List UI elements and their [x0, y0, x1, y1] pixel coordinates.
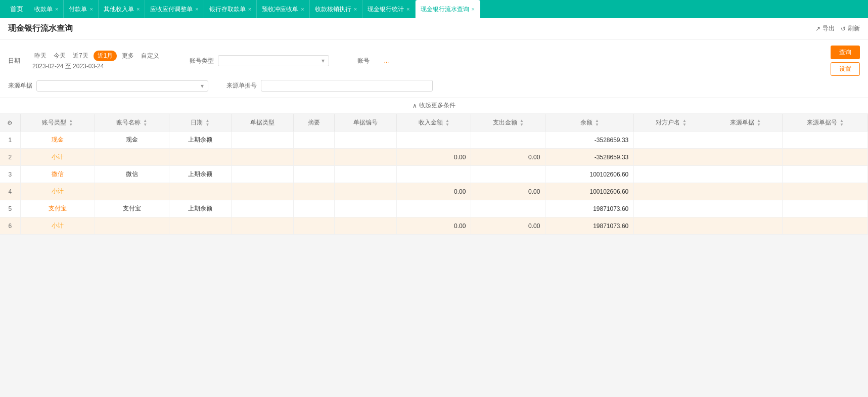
export-button[interactable]: ↗ 导出	[815, 24, 835, 33]
col-account-type[interactable]: 账号类型 ▲▼	[20, 114, 95, 131]
nav-tab-cash-stats[interactable]: 现金银行统计 ×	[362, 0, 415, 18]
nav-home[interactable]: 首页	[4, 5, 29, 14]
table-header-row: ⚙ 账号类型 ▲▼ 账号名称 ▲▼ 日期 ▲▼ 单据类型 摘	[0, 114, 868, 131]
cell-doc-no	[334, 166, 396, 183]
cell-expense	[471, 166, 545, 183]
close-icon[interactable]: ×	[195, 6, 198, 12]
account-more-btn[interactable]: ...	[384, 57, 389, 64]
close-icon[interactable]: ×	[89, 6, 93, 12]
close-icon[interactable]: ×	[301, 6, 304, 12]
collapse-up-icon: ∧	[413, 102, 417, 109]
cell-doc-type	[232, 149, 294, 166]
sort-arrows: ▲▼	[595, 119, 599, 127]
col-counterpart[interactable]: 对方户名 ▲▼	[634, 114, 708, 131]
gear-icon: ⚙	[7, 119, 13, 126]
table-row: 1现金现金上期余额-3528659.33	[0, 131, 868, 149]
cell-income: 0.00	[397, 149, 471, 166]
cell-source-doc	[708, 217, 783, 235]
query-button[interactable]: 查询	[831, 46, 860, 59]
cell-counterpart	[634, 217, 708, 235]
cell-doc-no	[334, 200, 396, 217]
cell-date	[169, 149, 231, 166]
col-settings[interactable]: ⚙	[0, 114, 20, 131]
source-doc-select[interactable]: ▾	[36, 80, 208, 92]
col-expense[interactable]: 支出金额 ▲▼	[471, 114, 545, 131]
chevron-down-icon: ▾	[322, 57, 325, 64]
page-title: 现金银行流水查询	[8, 23, 73, 34]
cell-source-doc-no	[783, 131, 868, 149]
account-filter: 账号 ...	[357, 57, 389, 65]
close-icon[interactable]: ×	[406, 6, 409, 12]
cell-account-name	[95, 183, 169, 200]
nav-tab-adjustment[interactable]: 应收应付调整单 ×	[145, 0, 204, 18]
close-icon[interactable]: ×	[248, 6, 251, 12]
source-doc-num-filter: 来源单据号	[226, 80, 433, 92]
cell-doc-no	[334, 131, 396, 149]
col-account-name[interactable]: 账号名称 ▲▼	[95, 114, 169, 131]
nav-tab-cash-flow[interactable]: 现金银行流水查询 ×	[416, 0, 480, 18]
sort-arrows: ▲▼	[840, 119, 844, 127]
nav-tab-receipt[interactable]: 收款单 ×	[29, 0, 64, 18]
cell-balance: 19871073.60	[545, 217, 634, 235]
cell-summary	[294, 217, 334, 235]
cell-account-type: 小计	[20, 217, 95, 235]
date-more[interactable]: 更多	[120, 51, 136, 61]
cell-source-doc	[708, 200, 783, 217]
col-source-doc-no[interactable]: 来源单据号 ▲▼	[783, 114, 868, 131]
settings-button[interactable]: 设置	[831, 62, 860, 76]
cell-doc-type	[232, 166, 294, 183]
table-container: ⚙ 账号类型 ▲▼ 账号名称 ▲▼ 日期 ▲▼ 单据类型 摘	[0, 114, 868, 235]
cell-account-name: 现金	[95, 131, 169, 149]
filter-area: 日期 昨天 今天 近7天 近1月 更多 自定义 2023-02-24 至 202…	[0, 39, 868, 98]
col-summary[interactable]: 摘要	[294, 114, 334, 131]
row-number: 3	[0, 166, 20, 183]
row-number: 1	[0, 131, 20, 149]
export-icon: ↗	[815, 25, 820, 32]
table-body: 1现金现金上期余额-3528659.332小计0.000.00-3528659.…	[0, 131, 868, 235]
date-filter: 日期 昨天 今天 近7天 近1月 更多 自定义 2023-02-24 至 202…	[8, 51, 161, 71]
sort-arrows: ▲▼	[445, 119, 449, 127]
cell-balance: -3528659.33	[545, 131, 634, 149]
date-1month[interactable]: 近1月	[94, 51, 117, 61]
cell-income: 0.00	[397, 183, 471, 200]
col-income[interactable]: 收入金额 ▲▼	[397, 114, 471, 131]
date-today[interactable]: 今天	[52, 51, 68, 61]
cell-balance: 100102606.60	[545, 166, 634, 183]
date-yesterday[interactable]: 昨天	[32, 51, 49, 61]
col-balance[interactable]: 余额 ▲▼	[545, 114, 634, 131]
close-icon[interactable]: ×	[136, 6, 140, 12]
source-doc-num-input[interactable]	[261, 80, 433, 92]
close-icon[interactable]: ×	[354, 6, 357, 12]
col-source-doc[interactable]: 来源单据 ▲▼	[708, 114, 783, 131]
cell-counterpart	[634, 149, 708, 166]
cell-doc-type	[232, 200, 294, 217]
nav-tab-payment[interactable]: 付款单 ×	[64, 0, 98, 18]
close-icon[interactable]: ×	[55, 6, 58, 12]
cell-summary	[294, 131, 334, 149]
nav-tab-prepayment[interactable]: 预收冲应收单 ×	[257, 0, 309, 18]
cell-account-name: 支付宝	[95, 200, 169, 217]
cell-doc-type	[232, 131, 294, 149]
cell-doc-no	[334, 149, 396, 166]
cell-summary	[294, 166, 334, 183]
collapse-bar[interactable]: ∧ 收起更多条件	[0, 98, 868, 113]
refresh-button[interactable]: ↺ 刷新	[841, 24, 860, 33]
col-date[interactable]: 日期 ▲▼	[169, 114, 231, 131]
table-row: 4小计0.000.00100102606.60	[0, 183, 868, 200]
row-number: 4	[0, 183, 20, 200]
close-icon[interactable]: ×	[472, 6, 475, 12]
nav-tab-other-income[interactable]: 其他收入单 ×	[99, 0, 145, 18]
account-label: 账号	[357, 57, 378, 65]
cell-account-type: 支付宝	[20, 200, 95, 217]
account-type-select[interactable]: ▾	[218, 55, 329, 66]
nav-tab-verification[interactable]: 收款核销执行 ×	[310, 0, 362, 18]
chevron-down-icon: ▾	[201, 82, 204, 90]
cell-income	[397, 200, 471, 217]
col-doc-type[interactable]: 单据类型	[232, 114, 294, 131]
date-7days[interactable]: 近7天	[71, 51, 90, 61]
cell-source-doc	[708, 166, 783, 183]
date-custom[interactable]: 自定义	[139, 51, 161, 61]
cell-doc-type	[232, 217, 294, 235]
col-doc-no[interactable]: 单据编号	[334, 114, 396, 131]
nav-tab-bank-deposit[interactable]: 银行存取款单 ×	[204, 0, 257, 18]
